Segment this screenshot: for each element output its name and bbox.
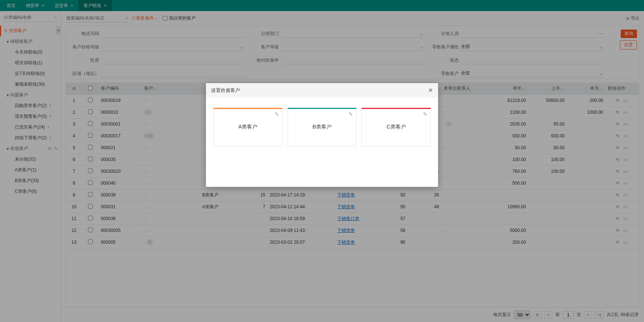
edit-icon[interactable]: ✎ [349,111,353,117]
stripe [213,108,282,109]
card-c[interactable]: ✎ C类客户 [362,108,431,146]
edit-icon[interactable]: ✎ [423,111,427,117]
edit-icon[interactable]: ✎ [275,111,279,117]
modal-title: 设置价值客户 [211,87,428,94]
value-customer-modal: 设置价值客户 ✕ ✎ A类客户 ✎ B类客户 ✎ C类客户 [206,83,438,187]
card-b[interactable]: ✎ B类客户 [288,108,357,146]
stripe [288,108,357,109]
modal-overlay[interactable]: 设置价值客户 ✕ ✎ A类客户 ✎ B类客户 ✎ C类客户 [0,0,644,322]
card-a[interactable]: ✎ A类客户 [213,108,282,146]
modal-close-button[interactable]: ✕ [428,87,433,94]
stripe [362,108,431,109]
